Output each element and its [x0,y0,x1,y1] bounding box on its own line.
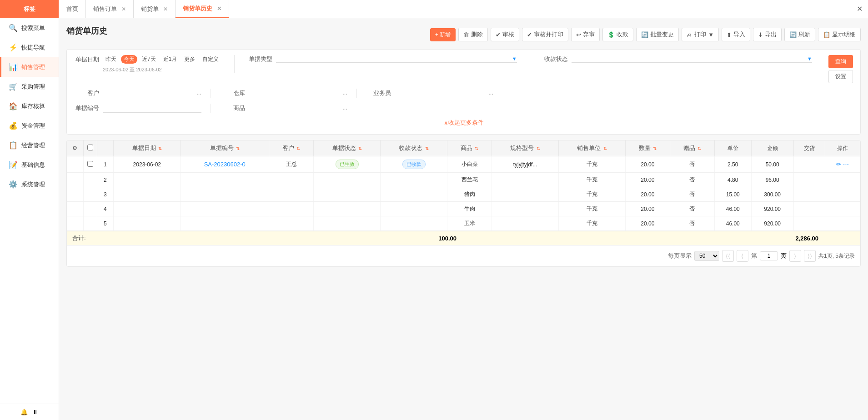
refresh-button[interactable]: 🔄 刷新 [784,28,815,41]
goods-label: 商品 [220,104,245,112]
tab-home[interactable]: 首页 [59,0,86,18]
prev-page-btn[interactable]: ⟨ [737,250,748,262]
first-page-btn[interactable]: ⟨⟨ [722,250,734,262]
col-qty[interactable]: 数量 ⇅ [625,140,670,156]
sidebar-item-base-info[interactable]: 📝 基础信息 [0,155,59,175]
tab-sales-history-close[interactable]: ✕ [217,6,221,11]
sidebar-item-label: 系统管理 [21,180,45,189]
sidebar-item-sales-mgmt[interactable]: 📊 销售管理 [0,57,59,77]
batch-change-button[interactable]: 🔄 批量变更 [636,28,679,41]
goods-input[interactable] [249,103,341,112]
warehouse-input[interactable] [249,88,341,97]
col-customer[interactable]: 客户 ⇅ [269,140,314,156]
edit-action[interactable]: ✏ [836,161,841,168]
sidebar-item-label: 资金管理 [21,122,45,130]
date-1month[interactable]: 近1月 [161,55,180,64]
sidebar-item-system[interactable]: ⚙️ 系统管理 [0,175,59,194]
date-custom[interactable]: 自定义 [200,55,221,64]
row-gift: 否 [670,202,714,216]
row-gift: 否 [670,216,714,231]
goods-dots[interactable]: ... [342,104,347,111]
sidebar-item-purchase-mgmt[interactable]: 🛒 采购管理 [0,77,59,96]
customer-input[interactable] [103,88,195,97]
col-spec[interactable]: 规格型号 ⇅ [492,140,559,156]
import-button[interactable]: ⬆ 导入 [722,28,750,41]
customer-label: 客户 [74,89,99,97]
table-row: 2 西兰花 千克 20.00 否 4.80 96.00 [67,173,860,187]
col-checkbox [83,140,97,156]
collapse-btn[interactable]: ∧ 收起更多条件 [74,117,853,129]
export-button[interactable]: ⬇ 导出 [753,28,782,41]
table-row: 1 2023-06-02 SA-20230602-0 王总 已生效 已收款 小白… [67,156,860,173]
date-yesterday[interactable]: 昨天 [103,55,119,64]
display-detail-button[interactable]: 📋 显示明细 [818,28,861,41]
col-payment-status[interactable]: 收款状态 ⇅ [381,140,447,156]
page-number-input[interactable] [760,251,778,260]
sidebar-item-operations[interactable]: 📋 经营管理 [0,135,59,155]
col-unit[interactable]: 销售单位 ⇅ [558,140,625,156]
col-gift[interactable]: 赠品 ⇅ [670,140,714,156]
date-more[interactable]: 更多 [181,55,198,64]
date-7days[interactable]: 近7天 [139,55,159,64]
settings-button[interactable]: 设置 [828,70,853,83]
more-action[interactable]: ⋯ [843,161,849,168]
date-today[interactable]: 今天 [121,55,137,64]
sidebar-bottom-icon2[interactable]: ⏸ [32,409,38,415]
row-customer [269,173,314,187]
sidebar-item-search-menu[interactable]: 🔍 搜索菜单 [0,18,59,38]
col-goods[interactable]: 商品 ⇅ [447,140,492,156]
sort-payment-status-icon: ⇅ [425,146,429,151]
col-doc-date[interactable]: 单据日期 ⇅ [114,140,181,156]
query-button[interactable]: 查询 [828,55,853,68]
select-all-checkbox[interactable] [87,145,93,150]
row-doc-no [181,216,269,231]
col-settings[interactable]: ⚙ [67,140,83,156]
doc-no-link[interactable]: SA-20230602-0 [204,161,246,168]
row-unit-price: 46.00 [714,202,751,216]
sidebar-item-quick-nav[interactable]: ⚡ 快捷导航 [0,38,59,57]
tab-sales-delivery-close[interactable]: ✕ [163,6,168,12]
new-button[interactable]: + 新增 [430,28,456,41]
tab-bar-close-all[interactable]: ✕ [851,5,868,13]
display-icon: 📋 [823,31,830,38]
row-settings [67,202,83,216]
collect-button[interactable]: 💲 收款 [602,28,633,41]
row-customer [269,216,314,231]
docno-input[interactable] [103,103,201,113]
tab-sales-history[interactable]: 销货单历史 ✕ [176,0,229,18]
customer-dots[interactable]: ... [196,89,201,96]
row-checkbox-input[interactable] [87,161,93,167]
col-customer-label: 客户 [282,145,294,151]
tab-sales-delivery[interactable]: 销货单 ✕ [134,0,176,18]
col-doc-status[interactable]: 单据状态 ⇅ [314,140,381,156]
row-no: 4 [97,202,114,216]
salesperson-dots[interactable]: ... [488,89,493,96]
col-doc-no[interactable]: 单据编号 ⇅ [181,140,269,156]
doc-type-label: 单据类型 [247,55,272,63]
audit-print-button[interactable]: ✔ 审核并打印 [522,28,568,41]
row-goods: 小白菜 [447,156,492,173]
sidebar-item-inventory[interactable]: 🏠 库存核算 [0,96,59,116]
print-button[interactable]: 🖨 打印 ▼ [682,28,719,41]
row-amount: 920.00 [751,216,793,231]
row-spec [492,202,559,216]
tab-sales-order-close[interactable]: ✕ [121,6,126,12]
delete-button[interactable]: 🗑 删除 [458,28,488,41]
abandon-button[interactable]: ↩ 弃审 [571,28,600,41]
audit-print-icon: ✔ [527,31,532,38]
salesperson-input[interactable] [395,88,487,97]
warehouse-dots[interactable]: ... [342,89,347,96]
last-page-btn[interactable]: ⟩⟩ [804,250,816,262]
audit-button[interactable]: ✔ 审核 [491,28,519,41]
sidebar-item-label: 经营管理 [21,141,45,150]
next-page-btn[interactable]: ⟩ [789,250,801,262]
tab-sales-order[interactable]: 销售订单 ✕ [86,0,134,18]
sidebar-bottom-icon1[interactable]: 🔔 [20,409,28,415]
total-label: 合计: [72,234,100,242]
sort-gift-icon: ⇅ [697,146,701,151]
per-page-select[interactable]: 50 100 200 [694,251,719,261]
row-doc-status [314,216,381,231]
sidebar-item-finance[interactable]: 💰 资金管理 [0,116,59,135]
sort-qty-icon: ⇅ [653,146,657,151]
row-payment-status [381,187,447,202]
